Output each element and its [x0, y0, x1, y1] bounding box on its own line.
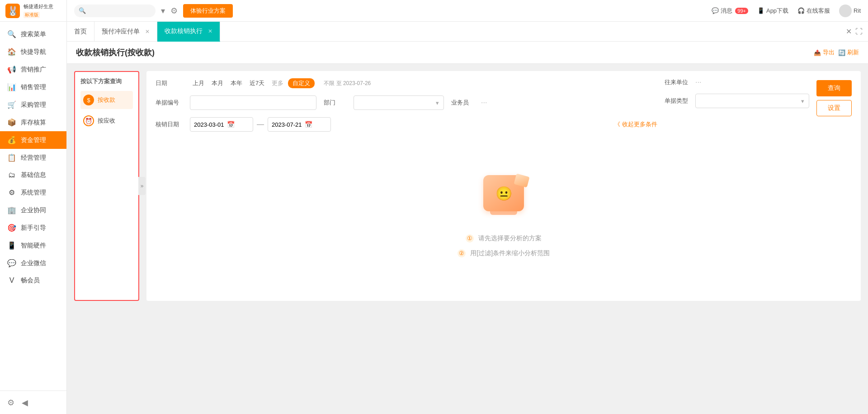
- sidebar-item-guide[interactable]: 🎯新手引导: [0, 219, 66, 237]
- counterpart-row: 往来单位 ···: [665, 78, 809, 86]
- date-tab-custom[interactable]: 自定义: [288, 78, 315, 88]
- bill-type-dropdown-icon: ▾: [801, 98, 804, 105]
- bill-type-select[interactable]: ▾: [695, 94, 809, 108]
- empty-hint-1: ① 请先选择要分析的方案: [466, 234, 542, 243]
- search-menu-icon: 🔍: [7, 30, 16, 38]
- sidebar-item-purchase[interactable]: 🛒采购管理: [0, 96, 66, 114]
- verify-date-group: 2023-03-01 📅 — 2023-07-21 📅: [190, 117, 331, 132]
- content-area: 按以下方案查询 $ 按收款 ⏰ 按应收 » 日期: [67, 64, 868, 308]
- sidebar-item-inventory[interactable]: 📦库存核算: [0, 114, 66, 131]
- tab-home[interactable]: 首页: [67, 22, 94, 42]
- filter-collapse-button[interactable]: »: [138, 177, 146, 195]
- tab-bar-actions: ✕ ⛶: [846, 27, 868, 36]
- date-start-value: 2023-03-01: [194, 121, 224, 128]
- sidebar-item-enterprise-wechat[interactable]: 💬企业微信: [0, 254, 66, 272]
- refresh-button[interactable]: 🔄 刷新: [838, 48, 859, 57]
- date-tab-last-month[interactable]: 上月: [190, 78, 207, 88]
- close-window-icon[interactable]: ✕: [846, 27, 852, 36]
- tab-collection[interactable]: 收款核销执行 ✕: [157, 22, 220, 42]
- query-setting-buttons: 查询 设置: [816, 78, 852, 116]
- message-button[interactable]: 💬 消息 99+: [712, 7, 748, 15]
- sidebar-item-label: 资金管理: [21, 136, 46, 144]
- app-icon: 📱: [757, 7, 764, 14]
- sidebar-item-label: 新手引导: [21, 224, 46, 232]
- inventory-icon: 📦: [7, 118, 16, 127]
- verify-date-end[interactable]: 2023-07-21 📅: [268, 117, 331, 132]
- receivable-label: 按应收: [98, 117, 115, 125]
- chevron-down-icon[interactable]: ▾: [161, 6, 165, 16]
- filter-title: 按以下方案查询: [80, 77, 133, 86]
- tab-collection-close[interactable]: ✕: [208, 28, 212, 34]
- sidebar-item-member[interactable]: V畅会员: [0, 272, 66, 289]
- app-download-button[interactable]: 📱 App下载: [757, 7, 788, 15]
- filter-by-receivable[interactable]: ⏰ 按应收: [80, 112, 133, 130]
- export-icon: 📤: [814, 49, 821, 56]
- sidebar-item-marketing[interactable]: 📢营销推广: [0, 61, 66, 78]
- setting-button[interactable]: 设置: [816, 100, 852, 116]
- hint-2-text: 用[过滤]条件来缩小分析范围: [470, 249, 550, 257]
- sidebar: 🐰 畅捷通好生意 标准版 🔍搜索菜单🏠快捷导航📢营销推广📊销售管理🛒采购管理📦库…: [0, 0, 67, 414]
- sidebar-item-label: 企业协同: [21, 206, 46, 214]
- page-title: 收款核销执行(按收款): [76, 47, 155, 58]
- staff-selector[interactable]: ···: [481, 99, 487, 107]
- bill-no-input[interactable]: [190, 95, 316, 110]
- counterpart-label: 往来单位: [665, 78, 692, 86]
- date-label: 日期: [156, 79, 183, 87]
- hint-2-number: ②: [458, 249, 466, 257]
- search-box[interactable]: 🔍: [74, 5, 156, 17]
- sidebar-item-basic-info[interactable]: 🗂基础信息: [0, 167, 66, 184]
- sidebar-item-search-menu[interactable]: 🔍搜索菜单: [0, 25, 66, 43]
- sidebar-logo: 🐰: [5, 4, 20, 18]
- sidebar-nav: 🔍搜索菜单🏠快捷导航📢营销推广📊销售管理🛒采购管理📦库存核算💰资金管理📋经营管理…: [0, 22, 66, 390]
- query-row-1: 日期 上月 本月 本年 近7天 更多 自定义 不限 至 2023-07-26: [156, 78, 852, 139]
- sidebar-item-smart-hardware[interactable]: 📱智能硬件: [0, 237, 66, 254]
- date-tab-7days[interactable]: 近7天: [247, 78, 267, 88]
- tab-prepay-close[interactable]: ✕: [145, 29, 150, 35]
- sidebar-item-system[interactable]: ⚙系统管理: [0, 184, 66, 201]
- sidebar-item-quick-nav[interactable]: 🏠快捷导航: [0, 43, 66, 61]
- date-tab-more[interactable]: 更多: [269, 78, 286, 88]
- sidebar-item-label: 快捷导航: [21, 48, 46, 56]
- verify-date-start[interactable]: 2023-03-01 📅: [190, 117, 253, 132]
- expand-icon[interactable]: ⛶: [855, 28, 863, 36]
- sidebar-item-label: 库存核算: [21, 119, 46, 127]
- user-name[interactable]: Rit: [839, 5, 861, 17]
- empty-state: 😐 ① 请先选择要分析的方案 ② 用[过滤]条件来缩小分析范围: [156, 139, 852, 294]
- sidebar-item-label: 系统管理: [21, 189, 46, 197]
- enterprise-wechat-icon: 💬: [7, 259, 16, 267]
- sidebar-item-enterprise-collab[interactable]: 🏢企业协同: [0, 201, 66, 219]
- query-button[interactable]: 查询: [816, 80, 852, 96]
- basic-info-icon: 🗂: [7, 171, 16, 179]
- marketing-icon: 📢: [7, 65, 16, 74]
- finance-icon: 💰: [7, 136, 16, 144]
- date-tab-this-month[interactable]: 本月: [209, 78, 226, 88]
- dept-select[interactable]: ▾: [354, 95, 444, 110]
- tab-home-label: 首页: [74, 28, 87, 36]
- sidebar-header: 🐰 畅捷通好生意 标准版: [0, 0, 66, 22]
- export-button[interactable]: 📤 导出: [814, 48, 835, 57]
- date-tab-this-year[interactable]: 本年: [228, 78, 245, 88]
- sidebar-brand-name: 畅捷通好生意: [24, 3, 53, 10]
- sidebar-item-sales[interactable]: 📊销售管理: [0, 78, 66, 96]
- filter-by-collection[interactable]: $ 按收款: [80, 91, 133, 109]
- verify-date-row: 核销日期 2023-03-01 📅 — 2023-07-21 📅: [156, 117, 657, 132]
- tab-prepay[interactable]: 预付冲应付单 ✕: [94, 22, 157, 42]
- collapse-icon[interactable]: ◀: [22, 398, 28, 408]
- sidebar-item-label: 企业微信: [21, 259, 46, 267]
- collapse-button[interactable]: 《 收起更多条件: [614, 120, 657, 128]
- sidebar-footer[interactable]: ⚙ ◀: [0, 390, 66, 414]
- gear-icon[interactable]: ⚙: [170, 6, 178, 16]
- message-icon: 💬: [712, 7, 719, 14]
- right-area: 日期 上月 本月 本年 近7天 更多 自定义 不限 至 2023-07-26: [146, 71, 861, 301]
- industry-solution-button[interactable]: 体验行业方案: [183, 4, 233, 18]
- enterprise-collab-icon: 🏢: [7, 206, 16, 214]
- sidebar-item-finance[interactable]: 💰资金管理: [0, 131, 66, 149]
- message-badge: 99+: [735, 8, 748, 14]
- sidebar-item-label: 智能硬件: [21, 242, 46, 250]
- sidebar-item-operations[interactable]: 📋经营管理: [0, 149, 66, 167]
- settings-icon[interactable]: ⚙: [7, 398, 14, 408]
- counterpart-selector[interactable]: ···: [695, 78, 701, 86]
- sales-icon: 📊: [7, 83, 16, 91]
- bill-row: 单据编号 部门 ▾ 业务员 ···: [156, 95, 657, 110]
- online-service-button[interactable]: 🎧 在线客服: [797, 7, 830, 15]
